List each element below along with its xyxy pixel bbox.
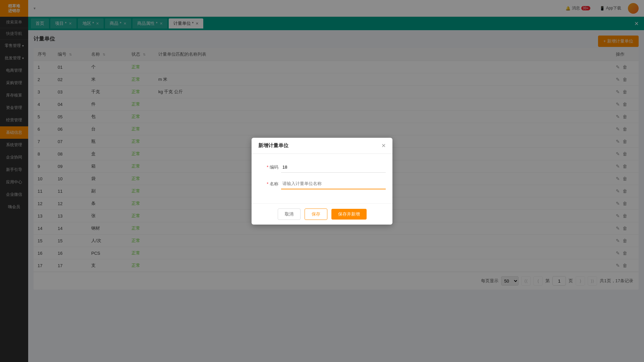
save-button[interactable]: 保存 <box>305 208 327 220</box>
modal-footer: 取消 保存 保存并新增 <box>252 203 392 225</box>
modal-close-btn[interactable]: ✕ <box>381 142 386 149</box>
form-row-name: 名称 <box>258 179 386 189</box>
name-input[interactable] <box>281 179 386 189</box>
form-label-code: 编码 <box>258 164 278 170</box>
form-row-code: 编码 <box>258 162 386 173</box>
code-input[interactable] <box>281 162 386 173</box>
add-unit-modal: 新增计量单位 ✕ 编码 名称 取消 保存 保存并新增 <box>252 138 392 225</box>
modal-header: 新增计量单位 ✕ <box>252 138 392 154</box>
modal-title: 新增计量单位 <box>258 142 288 149</box>
modal-overlay: 新增计量单位 ✕ 编码 名称 取消 保存 保存并新增 <box>0 0 644 362</box>
modal-body: 编码 名称 <box>252 154 392 203</box>
form-label-name: 名称 <box>258 181 278 187</box>
save-and-add-button[interactable]: 保存并新增 <box>331 209 367 220</box>
cancel-button[interactable]: 取消 <box>278 208 301 220</box>
